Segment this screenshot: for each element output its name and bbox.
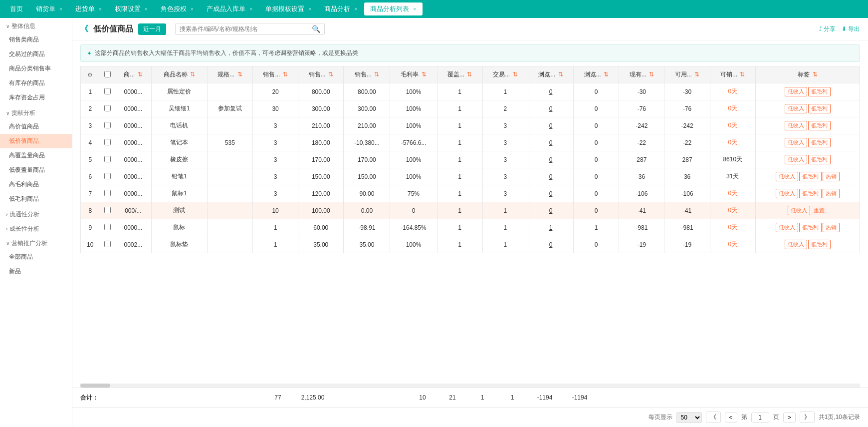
th-view1[interactable]: 浏览... ⇅ — [528, 66, 573, 83]
nav-roles[interactable]: 角色授权 × — [155, 2, 200, 15]
row-select-checkbox[interactable] — [104, 122, 111, 128]
close-icon[interactable]: × — [413, 6, 416, 12]
nav-product-analysis-list[interactable]: 商品分析列表 × — [364, 2, 422, 15]
view-link[interactable]: 0 — [549, 207, 553, 214]
page-input[interactable] — [751, 413, 769, 423]
search-icon[interactable]: 🔍 — [312, 25, 320, 33]
next-page-btn[interactable]: > — [783, 413, 796, 423]
sidebar-item-high-coverage[interactable]: 高覆盖量商品 — [0, 148, 72, 163]
row-select-checkbox[interactable] — [104, 88, 111, 94]
th-available[interactable]: 可用... ⇅ — [664, 66, 710, 83]
th-coverage[interactable]: 覆盖... ⇅ — [437, 66, 482, 83]
row-view1[interactable]: 0 — [528, 185, 573, 202]
first-page-btn[interactable]: 《 — [706, 412, 721, 423]
row-view1[interactable]: 0 — [528, 83, 573, 100]
row-view1[interactable]: 0 — [528, 100, 573, 117]
sidebar-item-stock-fund[interactable]: 库存资金占用 — [0, 90, 72, 105]
sidebar-item-new-goods[interactable]: 新品 — [0, 264, 72, 279]
nav-template[interactable]: 单据模板设置 × — [259, 2, 317, 15]
sidebar-section-growth[interactable]: › 成长性分析 — [0, 221, 72, 235]
row-checkbox[interactable] — [100, 134, 115, 151]
sidebar-item-high-value[interactable]: 高价值商品 — [0, 119, 72, 134]
row-view1[interactable]: 0 — [528, 117, 573, 134]
th-saleable[interactable]: 可销... ⇅ — [710, 66, 755, 83]
row-select-checkbox[interactable] — [104, 105, 111, 111]
sidebar-item-all-goods[interactable]: 全部商品 — [0, 250, 72, 264]
sidebar-item-stocked-goods[interactable]: 有库存的商品 — [0, 76, 72, 90]
share-button[interactable]: ⤴ 分享 — [819, 25, 836, 33]
row-view1[interactable]: 0 — [528, 168, 573, 185]
view-link[interactable]: 0 — [549, 241, 553, 248]
view-link[interactable]: 0 — [549, 105, 553, 112]
sidebar-item-low-value[interactable]: 低价值商品 — [0, 134, 72, 148]
last-page-btn[interactable]: 》 — [800, 412, 815, 423]
row-select-checkbox[interactable] — [104, 224, 111, 230]
close-icon[interactable]: × — [59, 6, 62, 12]
row-view1[interactable]: 1 — [528, 219, 573, 236]
nav-product-in[interactable]: 产成品入库单 × — [201, 2, 258, 15]
sidebar-item-low-margin[interactable]: 低毛利商品 — [0, 192, 72, 206]
nav-sales[interactable]: 销货单 × — [30, 2, 68, 15]
sidebar-item-category-rate[interactable]: 商品分类销售率 — [0, 61, 72, 76]
th-checkbox[interactable] — [100, 66, 115, 83]
row-checkbox[interactable] — [100, 151, 115, 168]
sidebar-section-marketing[interactable]: ∨ 营销推广分析 — [0, 235, 72, 250]
gear-icon[interactable]: ⚙ — [87, 71, 93, 78]
th-name[interactable]: 商品名称 ⇅ — [152, 66, 208, 83]
view-link[interactable]: 0 — [549, 122, 553, 129]
th-sale2[interactable]: 销售... ⇅ — [298, 66, 344, 83]
nav-home[interactable]: 首页 — [4, 2, 29, 15]
page-size-select[interactable]: 10 20 50 100 — [676, 412, 702, 423]
view-link[interactable]: 0 — [549, 156, 553, 163]
nav-permissions[interactable]: 权限设置 × — [109, 2, 154, 15]
sidebar-item-sales-goods[interactable]: 销售类商品 — [0, 32, 72, 47]
row-select-checkbox[interactable] — [104, 241, 111, 247]
row-select-checkbox[interactable] — [104, 173, 111, 179]
sidebar-section-overall[interactable]: ∨ 整体信息 — [0, 18, 72, 32]
close-icon[interactable]: × — [191, 6, 194, 12]
th-stock[interactable]: 现有... ⇅ — [619, 66, 664, 83]
row-checkbox[interactable] — [100, 202, 115, 219]
prev-page-btn[interactable]: < — [725, 413, 737, 423]
th-trade[interactable]: 交易... ⇅ — [482, 66, 528, 83]
close-icon[interactable]: × — [145, 6, 148, 12]
view-link[interactable]: 0 — [549, 173, 553, 180]
close-icon[interactable]: × — [99, 6, 102, 12]
view-link[interactable]: 0 — [549, 88, 553, 95]
th-margin[interactable]: 毛利率 ⇅ — [390, 66, 437, 83]
search-input[interactable] — [180, 25, 309, 32]
close-icon[interactable]: × — [249, 6, 252, 12]
row-checkbox[interactable] — [100, 236, 115, 253]
close-icon[interactable]: × — [308, 6, 311, 12]
scroll-bar[interactable] — [80, 384, 860, 388]
scroll-thumb[interactable] — [80, 384, 110, 388]
sidebar-collapse-btn[interactable]: 《 — [80, 24, 88, 34]
sidebar-section-liquidity[interactable]: › 流通性分析 — [0, 206, 72, 221]
sidebar-item-high-margin[interactable]: 高毛利商品 — [0, 177, 72, 192]
row-select-checkbox[interactable] — [104, 207, 111, 213]
sidebar-item-traded-goods[interactable]: 交易过的商品 — [0, 47, 72, 61]
select-all-checkbox[interactable] — [104, 71, 111, 77]
view-link[interactable]: 0 — [549, 190, 553, 197]
row-select-checkbox[interactable] — [104, 190, 111, 196]
row-view1[interactable]: 0 — [528, 236, 573, 253]
row-checkbox[interactable] — [100, 185, 115, 202]
th-code[interactable]: 商... ⇅ — [115, 66, 152, 83]
nav-purchase[interactable]: 进货单 × — [69, 2, 108, 15]
sidebar-section-contribution[interactable]: ∨ 贡献分析 — [0, 105, 72, 119]
th-sale1[interactable]: 销售... ⇅ — [252, 66, 298, 83]
close-icon[interactable]: × — [354, 6, 357, 12]
row-select-checkbox[interactable] — [104, 156, 111, 162]
view-link[interactable]: 1 — [549, 224, 553, 231]
row-view1[interactable]: 0 — [528, 134, 573, 151]
th-sale3[interactable]: 销售... ⇅ — [344, 66, 390, 83]
row-select-checkbox[interactable] — [104, 139, 111, 145]
th-spec[interactable]: 规格... ⇅ — [207, 66, 252, 83]
row-checkbox[interactable] — [100, 83, 115, 100]
row-view1[interactable]: 0 — [528, 151, 573, 168]
th-view2[interactable]: 浏览... ⇅ — [574, 66, 619, 83]
row-checkbox[interactable] — [100, 219, 115, 236]
th-gear[interactable]: ⚙ — [81, 66, 100, 83]
row-checkbox[interactable] — [100, 117, 115, 134]
row-checkbox[interactable] — [100, 100, 115, 117]
